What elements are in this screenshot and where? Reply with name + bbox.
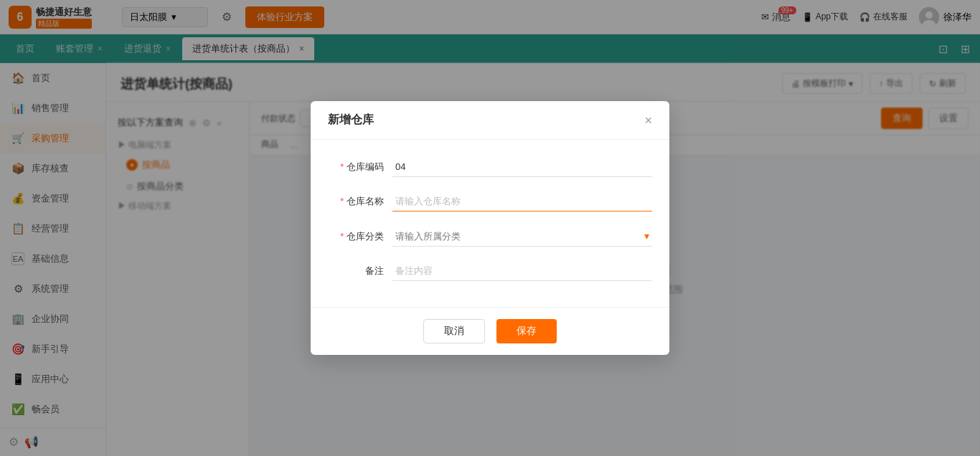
dialog-header: 新增仓库 × xyxy=(311,101,669,140)
add-warehouse-dialog: 新增仓库 × * 仓库编码 * 仓库名称 xyxy=(311,101,669,355)
form-row-note: 备注 xyxy=(328,261,652,281)
dialog-close-icon[interactable]: × xyxy=(644,114,652,127)
cancel-button[interactable]: 取消 xyxy=(423,319,485,343)
category-label-text: 仓库分类 xyxy=(347,231,384,242)
form-row-category: * 仓库分类 ▾ xyxy=(328,226,652,247)
name-label: * 仓库名称 xyxy=(328,195,392,208)
form-row-code: * 仓库编码 xyxy=(328,157,652,177)
code-input[interactable] xyxy=(392,157,652,177)
code-label-text: 仓库编码 xyxy=(347,161,384,172)
code-label: * 仓库编码 xyxy=(328,161,392,174)
dialog-body: * 仓库编码 * 仓库名称 * 仓库分类 xyxy=(311,140,669,307)
form-row-name: * 仓库名称 xyxy=(328,191,652,212)
category-input[interactable] xyxy=(395,231,644,242)
dialog-title: 新增仓库 xyxy=(328,113,374,128)
category-label: * 仓库分类 xyxy=(328,230,392,243)
modal-overlay: 新增仓库 × * 仓库编码 * 仓库名称 xyxy=(0,0,980,456)
note-label: 备注 xyxy=(328,265,392,277)
category-dropdown-icon: ▾ xyxy=(644,230,649,242)
category-required: * xyxy=(340,231,344,242)
dialog-footer: 取消 保存 xyxy=(311,307,669,355)
save-button[interactable]: 保存 xyxy=(496,319,557,343)
note-label-text: 备注 xyxy=(365,265,384,276)
name-input[interactable] xyxy=(392,191,652,212)
name-label-text: 仓库名称 xyxy=(347,196,384,206)
code-required: * xyxy=(340,161,344,172)
category-select-row[interactable]: ▾ xyxy=(392,226,652,247)
note-input[interactable] xyxy=(392,261,652,281)
name-required: * xyxy=(340,196,344,206)
